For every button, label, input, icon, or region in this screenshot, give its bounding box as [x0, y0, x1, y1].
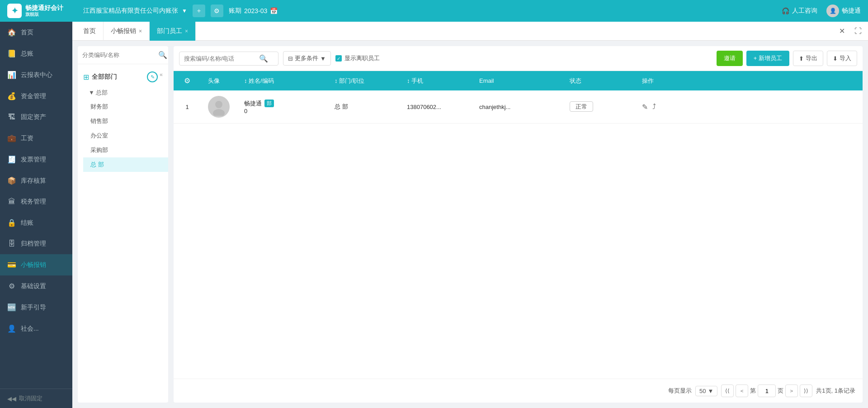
sidebar-item-tax[interactable]: 🏛 税务管理 — [0, 191, 72, 212]
row-phone: 138070602... — [400, 90, 472, 123]
settings-button[interactable]: ⚙ — [211, 5, 223, 17]
table-row: 1 — [174, 90, 863, 123]
invite-button[interactable]: 邀请 — [717, 51, 743, 66]
sidebar-item-expense[interactable]: 💳 小畅报销 — [0, 254, 72, 275]
sidebar-item-home[interactable]: 🏠 首页 — [0, 22, 72, 43]
page-num-label: 第 — [750, 387, 756, 395]
company-dropdown-arrow[interactable]: ▼ — [182, 8, 187, 14]
tab-home-label: 首页 — [83, 27, 96, 35]
th-dept[interactable]: ↕ 部门/职位 — [327, 71, 400, 90]
row-email: chanjethkj... — [472, 90, 562, 123]
last-page-button[interactable]: ⟩⟩ — [800, 384, 812, 397]
th-phone[interactable]: ↕ 手机 — [400, 71, 472, 90]
add-employee-button[interactable]: + 新增员工 — [746, 51, 789, 66]
tab-department-close[interactable]: × — [185, 28, 188, 34]
top-right: 🎧 人工咨询 👤 畅捷通 — [782, 5, 861, 17]
dept-group-head: ▼ 总部 财务部 销售部 办公室 采购部 总 部 — [78, 86, 168, 172]
dept-item-general[interactable]: 总 部 — [83, 157, 168, 172]
dept-all-item[interactable]: ⊞ 全部部门 ✎ « — [78, 68, 168, 86]
unpin-sidebar[interactable]: ◀◀ 取消固定 — [0, 389, 72, 408]
prev-page-button[interactable]: ＜ — [736, 384, 748, 397]
guide-icon: 🆕 — [7, 303, 16, 312]
import-button[interactable]: ⬇ 导入 — [827, 51, 857, 66]
filter-button[interactable]: ⊟ 更多条件 ▼ — [283, 51, 331, 66]
tab-home[interactable]: 首页 — [76, 22, 104, 41]
sidebar-item-more[interactable]: 👤 社会... — [0, 318, 72, 339]
settings-icon: ⚙ — [7, 282, 16, 290]
dept-panel: 🔍 ⊞ 全部部门 ✎ « ▼ 总部 财务部 销售部 — [78, 46, 168, 403]
edit-employee-button[interactable]: ✎ — [642, 103, 648, 111]
logout-employee-button[interactable]: ⤴ — [652, 103, 656, 111]
sidebar-item-closing[interactable]: 🔒 结账 — [0, 212, 72, 233]
sidebar-item-guide[interactable]: 🆕 新手引导 — [0, 297, 72, 318]
dept-item-office[interactable]: 办公室 — [83, 128, 168, 143]
sidebar-item-inventory[interactable]: 📦 库存核算 — [0, 170, 72, 191]
user-area[interactable]: 👤 畅捷通 — [826, 5, 861, 17]
export-button[interactable]: ⬆ 导出 — [793, 51, 823, 66]
first-page-button[interactable]: ⟨⟨ — [721, 384, 734, 397]
tabs-bar: 首页 小畅报销 × 部门员工 × ✕ ⛶ — [72, 22, 868, 41]
employee-name: 畅捷通 — [244, 100, 262, 108]
dept-item-sales[interactable]: 销售部 — [83, 114, 168, 128]
dept-search-input[interactable] — [82, 52, 158, 58]
tabs-right-actions: ✕ ⛶ — [835, 25, 864, 38]
page-input[interactable] — [758, 384, 776, 397]
close-tab-button[interactable]: ✕ — [835, 25, 848, 38]
dept-search-icon[interactable]: 🔍 — [158, 51, 167, 59]
toolbar-right: 邀请 + 新增员工 ⬆ 导出 ⬇ 导入 — [717, 51, 857, 66]
expand-button[interactable]: ⛶ — [852, 25, 864, 38]
dept-grid-icon: ⊞ — [83, 73, 89, 81]
sidebar-label-closing: 结账 — [21, 219, 33, 227]
dept-item-finance[interactable]: 财务部 — [83, 100, 168, 114]
dept-group-label-head[interactable]: ▼ 总部 — [83, 86, 168, 100]
per-page-value: 50 — [699, 388, 706, 394]
dept-item-purchase[interactable]: 采购部 — [83, 143, 168, 157]
tab-department[interactable]: 部门员工 × — [150, 22, 196, 41]
filter-arrow-icon: ▼ — [320, 55, 326, 62]
calendar-icon[interactable]: 📅 — [270, 7, 278, 14]
sidebar-item-archive[interactable]: 🗄 归档管理 — [0, 233, 72, 254]
employee-panel: 🔍 ⊟ 更多条件 ▼ ✓ 显示离职员工 邀请 + 新增员工 — [174, 46, 863, 403]
sidebar-label-home: 首页 — [21, 28, 33, 37]
next-page-button[interactable]: ＞ — [785, 384, 798, 397]
sidebar-item-funds[interactable]: 💰 资金管理 — [0, 85, 72, 107]
sidebar-item-salary[interactable]: 💼 工资 — [0, 128, 72, 149]
employee-toolbar: 🔍 ⊟ 更多条件 ▼ ✓ 显示离职员工 邀请 + 新增员工 — [174, 46, 863, 71]
per-page-select[interactable]: 50 ▼ — [695, 386, 717, 396]
sidebar-label-expense: 小畅报销 — [21, 261, 46, 269]
tab-expense-close[interactable]: × — [139, 28, 142, 34]
user-avatar: 👤 — [826, 5, 839, 17]
sidebar-item-ledger[interactable]: 📒 总账 — [0, 43, 72, 64]
th-name[interactable]: ↕ 姓名/编码 — [237, 71, 327, 90]
import-icon: ⬇ — [833, 55, 838, 62]
sidebar-item-assets[interactable]: 🏗 固定资产 — [0, 107, 72, 128]
sidebar-item-invoice[interactable]: 🧾 发票管理 — [0, 149, 72, 170]
sidebar-item-reports[interactable]: 📊 云报表中心 — [0, 64, 72, 85]
per-page-arrow: ▼ — [708, 388, 713, 394]
user-name: 畅捷通 — [842, 7, 861, 15]
row-actions: ✎ ⤴ — [635, 90, 863, 123]
show-resigned-area[interactable]: ✓ 显示离职员工 — [335, 54, 380, 62]
reports-icon: 📊 — [7, 71, 16, 79]
tax-icon: 🏛 — [7, 198, 16, 206]
support-area[interactable]: 🎧 人工咨询 — [782, 7, 817, 15]
sidebar-label-guide: 新手引导 — [21, 304, 46, 312]
sidebar-item-settings[interactable]: ⚙ 基础设置 — [0, 275, 72, 297]
add-button[interactable]: ＋ — [193, 5, 205, 17]
tab-expense[interactable]: 小畅报销 × — [104, 22, 150, 41]
show-resigned-checkbox[interactable]: ✓ — [335, 55, 342, 62]
period-value: 2023-03 — [244, 7, 267, 14]
inventory-icon: 📦 — [7, 176, 16, 185]
employee-search-icon[interactable]: 🔍 — [259, 54, 268, 63]
row-index: 1 — [174, 90, 201, 123]
edit-dept-button[interactable]: ✎ — [147, 71, 158, 82]
th-settings[interactable]: ⚙ — [174, 71, 201, 90]
company-selector[interactable]: 江西服宝精品有限责任公司内账张 ▼ — [83, 7, 187, 15]
main-layout: 🏠 首页 📒 总账 📊 云报表中心 💰 资金管理 🏗 固定资产 💼 工资 🧾 发… — [0, 22, 868, 408]
collapse-tree-button[interactable]: « — [160, 71, 163, 82]
employee-search-input[interactable] — [184, 55, 256, 62]
row-dept: 总 部 — [327, 90, 400, 123]
app-version: 旗舰版 — [25, 11, 63, 18]
employee-table: ⚙ 头像 ↕ 姓名/编码 ↕ 部门/职位 ↕ 手机 Email 状态 操作 — [174, 71, 863, 379]
th-actions: 操作 — [635, 71, 863, 90]
